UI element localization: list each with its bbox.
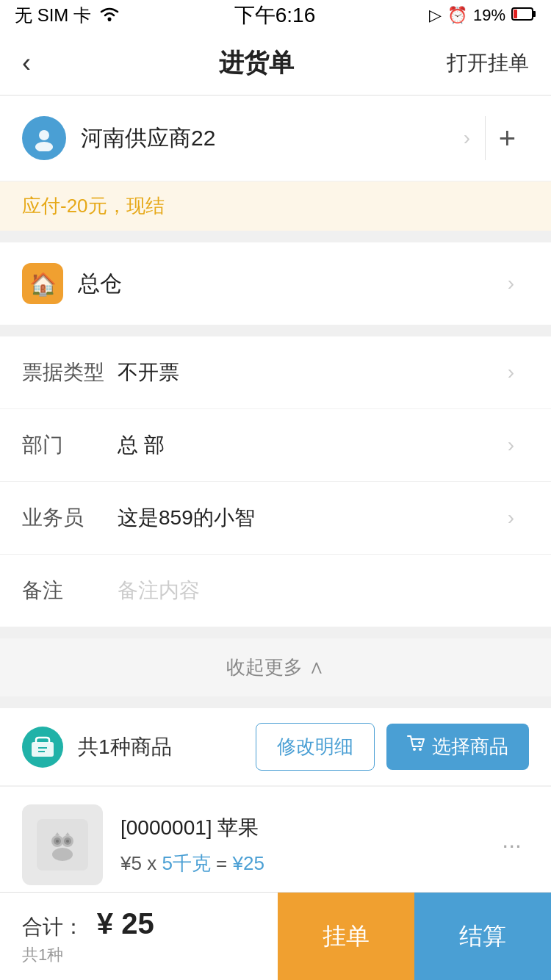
back-button[interactable]: ‹	[22, 48, 66, 79]
svg-point-16	[56, 840, 59, 843]
products-icon	[22, 727, 63, 768]
collapse-label: 收起更多 ∧	[226, 656, 324, 678]
supplier-row[interactable]: 河南供应商22 › +	[0, 96, 551, 181]
page-title: 进货单	[219, 46, 294, 80]
product-unit-price: ¥5 x	[120, 852, 162, 874]
product-price: ¥5 x 5千克 = ¥25	[120, 851, 494, 876]
warehouse-name: 总仓	[78, 269, 508, 299]
warehouse-chevron-icon: ›	[508, 272, 514, 295]
location-icon: ▷	[429, 6, 442, 25]
alarm-icon: ⏰	[447, 6, 467, 25]
total-label: 合计：	[22, 915, 84, 938]
product-item: [0000001] 苹果 ¥5 x 5千克 = ¥25 ···	[0, 786, 551, 903]
nav-bar: ‹ 进货单 打开挂单	[0, 31, 551, 96]
svg-rect-2	[533, 11, 536, 17]
supplier-avatar	[22, 116, 66, 160]
ticket-type-label: 票据类型	[22, 359, 110, 386]
battery-label: 19%	[473, 6, 505, 25]
ticket-type-value: 不开票	[118, 359, 508, 386]
form-section: 票据类型 不开票 › 部门 总 部 › 业务员 这是859的小智 › 备注 备注…	[0, 336, 551, 627]
salesperson-label: 业务员	[22, 504, 110, 532]
sim-label: 无 SIM 卡	[15, 4, 91, 27]
cart-icon	[407, 735, 426, 758]
product-equals: =	[216, 852, 232, 874]
remark-value: 备注内容	[118, 577, 529, 605]
department-row[interactable]: 部门 总 部 ›	[0, 409, 551, 482]
supplier-section: 河南供应商22 › + 应付-20元，现结	[0, 96, 551, 231]
open-hang-button[interactable]: 打开挂单	[447, 49, 529, 77]
hang-order-button[interactable]: 挂单	[278, 893, 414, 981]
info-text: 应付-20元，现结	[22, 195, 165, 217]
total-amount: ¥ 25	[97, 907, 154, 940]
salesperson-chevron-icon: ›	[508, 506, 514, 530]
status-right: ▷ ⏰ 19%	[429, 6, 536, 25]
products-section: 共1种商品 修改明细 选择商品	[0, 708, 551, 903]
product-total: ¥25	[233, 852, 264, 874]
products-count: 共1种商品	[78, 733, 256, 761]
status-time: 下午6:16	[234, 1, 316, 29]
supplier-chevron-icon: ›	[464, 126, 470, 150]
wifi-icon	[98, 5, 120, 26]
salesperson-row[interactable]: 业务员 这是859的小智 ›	[0, 482, 551, 555]
warehouse-section: 🏠 总仓 ›	[0, 242, 551, 325]
warehouse-row[interactable]: 🏠 总仓 ›	[0, 242, 551, 325]
svg-point-5	[35, 142, 53, 151]
select-product-label: 选择商品	[432, 734, 508, 760]
warehouse-icon: 🏠	[22, 263, 63, 304]
product-more-button[interactable]: ···	[494, 824, 529, 866]
supplier-add-button[interactable]: +	[485, 116, 529, 160]
bottom-bar: 合计： ¥ 25 共1种 挂单 结算	[0, 892, 551, 980]
status-left: 无 SIM 卡	[15, 4, 120, 27]
collapse-bar[interactable]: 收起更多 ∧	[0, 638, 551, 696]
svg-point-18	[52, 848, 73, 861]
svg-point-4	[39, 130, 49, 140]
edit-details-button[interactable]: 修改明细	[256, 723, 375, 771]
ticket-type-row[interactable]: 票据类型 不开票 ›	[0, 336, 551, 409]
svg-point-0	[108, 18, 112, 21]
select-product-button[interactable]: 选择商品	[386, 724, 529, 770]
total-section: 合计： ¥ 25 共1种	[0, 907, 278, 966]
department-label: 部门	[22, 431, 110, 459]
total-sub: 共1种	[22, 944, 256, 966]
product-qty: 5千克	[162, 852, 210, 874]
remark-label: 备注	[22, 577, 110, 605]
product-thumbnail	[22, 804, 103, 885]
battery-icon	[511, 6, 536, 25]
products-header: 共1种商品 修改明细 选择商品	[0, 708, 551, 786]
svg-rect-11	[37, 819, 88, 871]
salesperson-value: 这是859的小智	[118, 504, 508, 532]
svg-rect-3	[514, 10, 517, 18]
svg-rect-6	[32, 742, 54, 757]
svg-point-17	[66, 840, 69, 843]
svg-point-9	[413, 748, 416, 751]
status-bar: 无 SIM 卡 下午6:16 ▷ ⏰ 19%	[0, 0, 551, 31]
info-banner: 应付-20元，现结	[0, 181, 551, 231]
product-info: [0000001] 苹果 ¥5 x 5千克 = ¥25	[120, 814, 494, 876]
ticket-chevron-icon: ›	[508, 361, 514, 384]
supplier-name: 河南供应商22	[81, 123, 464, 154]
checkout-button[interactable]: 结算	[414, 893, 551, 981]
product-name: [0000001] 苹果	[120, 814, 494, 842]
department-value: 总 部	[118, 431, 508, 459]
remark-row[interactable]: 备注 备注内容	[0, 555, 551, 627]
department-chevron-icon: ›	[508, 433, 514, 457]
svg-point-10	[419, 748, 422, 751]
